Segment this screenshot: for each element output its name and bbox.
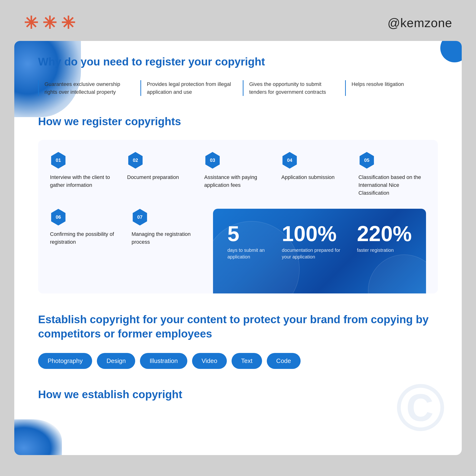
- step-item-1: 01 Interview with the client to gather i…: [50, 152, 118, 197]
- benefits-row: Guarantees exclusive ownership rights ov…: [38, 80, 438, 96]
- benefit-2: Provides legal protection from illegal a…: [140, 80, 233, 96]
- how-register-section: How we register copyrights 01 Interview …: [38, 115, 438, 293]
- step-hex-7: 07: [132, 209, 148, 225]
- watermark: ©: [396, 374, 443, 441]
- steps-row-1: 01 Interview with the client to gather i…: [50, 152, 426, 197]
- step-item-7: 07 Managing the registration process: [132, 209, 204, 246]
- tags-row: Photography Design Illustration Video Te…: [38, 353, 438, 369]
- step-hex-6: 06: [50, 209, 67, 225]
- top-bar: ✳ ✳ ✳ @kemzone: [0, 0, 476, 41]
- step-item-4: 04 Application submission: [281, 152, 349, 197]
- step-hex-4: 04: [281, 152, 298, 169]
- step-label-5: Classification based on the Internationa…: [358, 173, 426, 197]
- step-item-6: 06 Confirming the possibility of registr…: [50, 209, 122, 246]
- step-item-5: 05 Classification based on the Internati…: [358, 152, 426, 197]
- step-item-3: 03 Assistance with paying application fe…: [204, 152, 272, 197]
- tag-design[interactable]: Design: [97, 353, 135, 369]
- step-hex-5: 05: [358, 152, 375, 169]
- tag-video[interactable]: Video: [192, 353, 227, 369]
- step-num-3: 03: [210, 157, 215, 163]
- stat-1: 5 days to submit an application: [227, 223, 268, 260]
- step-item-2: 02 Document preparation: [127, 152, 195, 197]
- asterisks-group: ✳ ✳ ✳: [24, 14, 75, 32]
- stats-panel: 5 days to submit an application 100% doc…: [213, 209, 426, 293]
- how-register-title: How we register copyrights: [38, 115, 438, 128]
- step-label-6: Confirming the possibility of registrati…: [50, 230, 122, 246]
- main-card: © Why do you need to register your copyr…: [14, 41, 462, 455]
- step-label-3: Assistance with paying application fees: [204, 173, 272, 189]
- steps-bottom-row: 06 Confirming the possibility of registr…: [50, 209, 426, 293]
- step-num-7: 07: [137, 214, 143, 220]
- why-section: Why do you need to register your copyrig…: [38, 55, 438, 96]
- step-label-1: Interview with the client to gather info…: [50, 173, 118, 189]
- step-hex-3: 03: [204, 152, 221, 169]
- step-label-2: Document preparation: [127, 173, 195, 181]
- stat-label-3: faster registration: [357, 247, 412, 254]
- step-num-5: 05: [364, 157, 369, 163]
- steps-bottom-left: 06 Confirming the possibility of registr…: [50, 209, 204, 246]
- stat-label-2: documentation prepared for your applicat…: [282, 247, 343, 260]
- how-establish-section: How we establish copyright: [14, 388, 462, 401]
- benefit-4: Helps resolve litigation: [345, 80, 438, 96]
- step-label-7: Managing the registration process: [132, 230, 204, 246]
- stat-num-3: 220%: [357, 223, 412, 244]
- stat-label-1: days to submit an application: [227, 247, 268, 260]
- stat-num-1: 5: [227, 223, 268, 244]
- step-num-1: 01: [56, 157, 61, 163]
- tag-photography[interactable]: Photography: [38, 353, 92, 369]
- card-content: Why do you need to register your copyrig…: [14, 41, 462, 293]
- step-num-6: 06: [56, 214, 61, 220]
- stat-2: 100% documentation prepared for your app…: [282, 223, 343, 260]
- benefit-3: Gives the opportunity to submit tenders …: [243, 80, 336, 96]
- step-hex-1: 01: [50, 152, 67, 169]
- establish-section: Establish copyright for your content to …: [14, 312, 462, 369]
- outer-background: ✳ ✳ ✳ @kemzone © Why do you need to regi…: [0, 0, 476, 476]
- step-label-4: Application submission: [281, 173, 349, 181]
- brand-handle: @kemzone: [388, 16, 452, 30]
- step-num-2: 02: [133, 157, 138, 163]
- stat-3: 220% faster registration: [357, 223, 412, 260]
- step-hex-2: 02: [127, 152, 144, 169]
- tag-code[interactable]: Code: [267, 353, 301, 369]
- establish-title: Establish copyright for your content to …: [38, 312, 438, 341]
- step-num-4: 04: [287, 157, 292, 163]
- benefit-1: Guarantees exclusive ownership rights ov…: [38, 80, 131, 96]
- blue-blob-bottom: [14, 419, 62, 455]
- asterisk-3: ✳: [61, 14, 75, 32]
- why-title: Why do you need to register your copyrig…: [38, 55, 438, 68]
- tag-text[interactable]: Text: [232, 353, 262, 369]
- steps-container: 01 Interview with the client to gather i…: [38, 140, 438, 293]
- tag-illustration[interactable]: Illustration: [140, 353, 187, 369]
- asterisk-1: ✳: [24, 14, 38, 32]
- stat-num-2: 100%: [282, 223, 343, 244]
- asterisk-2: ✳: [42, 14, 57, 32]
- how-establish-title: How we establish copyright: [38, 388, 438, 401]
